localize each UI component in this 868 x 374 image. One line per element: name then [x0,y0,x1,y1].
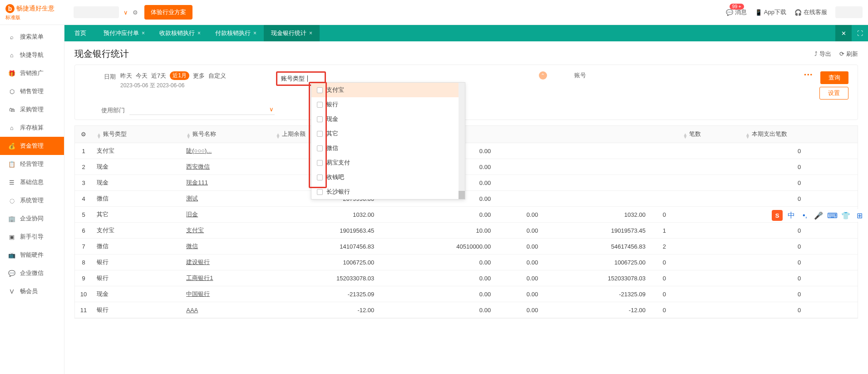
sidebar-item-10[interactable]: 🏢企业协同 [0,209,64,228]
sidebar-item-4[interactable]: 🛍采购管理 [0,100,64,119]
date-label: 日期 [84,71,116,81]
dropdown-option-4[interactable]: 微信 [311,141,465,155]
sort-icon[interactable]: ▲▼ [683,133,688,139]
checkbox[interactable] [317,189,323,195]
checkbox[interactable] [317,116,323,122]
date-option-1[interactable]: 今天 [136,72,148,80]
industry-plan-button[interactable]: 体验行业方案 [144,5,192,20]
message-badge: 99 + [730,4,744,10]
sidebar-item-3[interactable]: ⬡销售管理 [0,82,64,100]
sidebar-item-9[interactable]: ◌系统管理 [0,191,64,209]
sort-icon[interactable]: ▲▼ [97,133,101,139]
sidebar-item-8[interactable]: ☰基础信息 [0,173,64,191]
checkbox[interactable] [317,145,323,151]
org-selector[interactable] [74,6,119,18]
cell[interactable]: AAA [182,302,271,318]
sidebar-item-7[interactable]: 📋经营管理 [0,155,64,173]
cell [679,159,741,175]
fullscreen-button[interactable]: ⛶ [852,25,868,41]
org-dropdown-icon[interactable]: ∨ [123,9,128,16]
dropdown-option-3[interactable]: 其它 [311,126,465,141]
sidebar-item-14[interactable]: V畅会员 [0,282,64,300]
tab-close-icon[interactable]: × [142,30,145,36]
app-download-link[interactable]: 📱 App下载 [755,8,786,16]
dropdown-option-2[interactable]: 现金 [311,112,465,126]
sidebar-item-2[interactable]: 🎁营销推广 [0,64,64,82]
sidebar-item-label: 基础信息 [20,178,44,186]
dropdown-scrollbar[interactable] [459,83,465,199]
column-header[interactable] [495,126,542,143]
sidebar-item-6[interactable]: 💰资金管理 [0,137,64,155]
tab-close-icon[interactable]: × [309,30,312,36]
column-header[interactable] [650,126,679,143]
ime-lang-icon[interactable]: 中 [786,210,796,220]
messages-link[interactable]: 99 + 💬 消息 [726,8,747,16]
search-button[interactable]: 查询 [820,71,848,84]
date-option-2[interactable]: 近7天 [151,72,166,80]
date-option-4[interactable]: 更多 [193,72,205,80]
checkbox[interactable] [317,102,323,108]
customer-service-link[interactable]: 🎧 在线客服 [794,8,827,16]
dropdown-option-7[interactable]: 长沙银行 [311,185,465,199]
ime-voice-icon[interactable]: 🎤 [814,210,824,220]
cell[interactable]: 测试 [182,191,271,207]
checkbox[interactable] [317,175,323,180]
cell[interactable]: 旧金 [182,207,271,223]
tab-3[interactable]: 现金银行统计× [264,25,320,41]
column-header[interactable]: ▲▼账号名称 [182,126,271,143]
cell[interactable]: 建设银行 [182,254,271,270]
cell[interactable]: 支付宝 [182,223,271,239]
more-filters-icon[interactable]: ••• [804,71,813,78]
dropdown-option-5[interactable]: 易宝支付 [311,155,465,170]
refresh-button[interactable]: ⟳刷新 [839,50,858,58]
tab-2[interactable]: 付款核销执行× [208,25,264,41]
column-header[interactable] [542,126,650,143]
sidebar-item-1[interactable]: ⌂快捷导航 [0,46,64,64]
sidebar-item-0[interactable]: ⌕搜索菜单 [0,28,64,46]
sort-icon[interactable]: ▲▼ [745,133,750,139]
filter-settings-button[interactable]: 设置 [819,87,848,100]
dept-select[interactable]: ∨ [129,104,275,115]
checkbox[interactable] [317,131,323,137]
checkbox[interactable] [317,87,323,93]
cell[interactable]: 工商银行1 [182,270,271,286]
ime-skin-icon[interactable]: 👕 [841,210,851,220]
cell[interactable]: 现金111 [182,175,271,191]
cell[interactable]: 陡(○○○)... [182,143,271,159]
sidebar-item-11[interactable]: ▣新手引导 [0,228,64,246]
cell[interactable]: 西安微信 [182,159,271,175]
date-option-0[interactable]: 昨天 [120,72,132,80]
sidebar-item-5[interactable]: ⌂库存核算 [0,119,64,137]
tab-home[interactable]: 首页 [64,25,96,41]
cell[interactable]: 中国银行 [182,286,271,302]
dropdown-option-6[interactable]: 收钱吧 [311,170,465,185]
column-header[interactable]: ⚙ [75,126,92,143]
sort-icon[interactable]: ▲▼ [186,133,191,139]
ime-punct-icon[interactable]: •, [800,210,810,220]
ime-keyboard-icon[interactable]: ⌨ [827,210,837,220]
dropdown-option-0[interactable]: 支付宝 [311,83,465,97]
gear-icon[interactable]: ⚙ [81,131,86,138]
user-avatar[interactable] [835,6,863,18]
tab-0[interactable]: 预付冲应付单× [96,25,152,41]
tab-1[interactable]: 收款核销执行× [152,25,208,41]
sogou-icon[interactable]: S [772,210,783,221]
date-option-5[interactable]: 自定义 [208,72,226,80]
dropdown-option-1[interactable]: 银行 [311,97,465,112]
sidebar-item-12[interactable]: 📺智能硬件 [0,246,64,264]
checkbox[interactable] [317,160,323,166]
ime-tool-icon[interactable]: ⊞ [854,210,864,220]
collapse-dropdown-icon[interactable]: ⌃ [539,71,547,80]
export-button[interactable]: ⤴导出 [814,50,831,58]
date-option-3[interactable]: 近1月 [170,71,189,80]
column-header[interactable]: ▲▼本期支出笔数 [741,126,858,143]
sort-icon[interactable]: ▲▼ [276,133,280,139]
close-tab-button[interactable]: ✕ [835,25,852,41]
tab-close-icon[interactable]: × [253,30,256,36]
column-header[interactable]: ▲▼笔数 [679,126,741,143]
settings-icon[interactable]: ⚙ [133,9,138,16]
tab-close-icon[interactable]: × [197,30,201,36]
cell[interactable]: 微信 [182,239,271,254]
column-header[interactable]: ▲▼账号类型 [92,126,182,143]
sidebar-item-13[interactable]: 💬企业微信 [0,264,64,282]
